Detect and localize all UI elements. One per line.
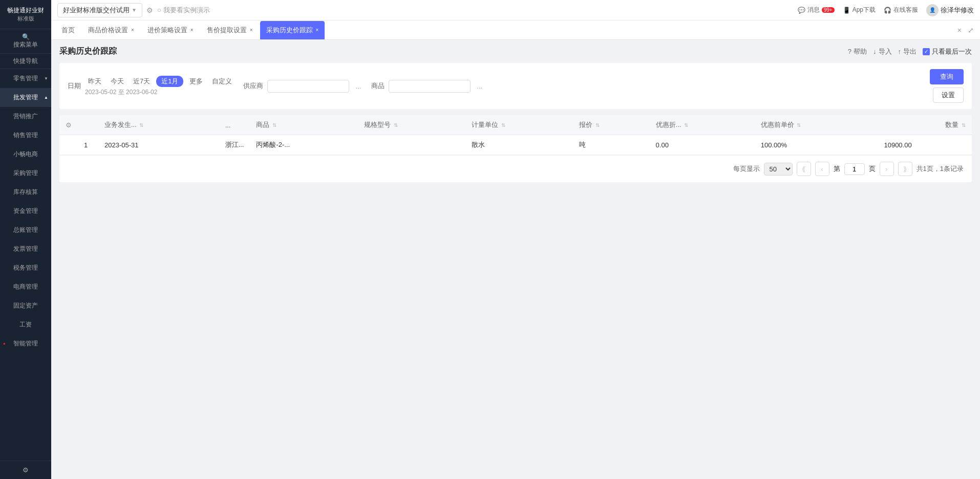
sidebar-item-retail[interactable]: 零售管理 xyxy=(0,69,51,88)
sidebar-item-fixed-assets[interactable]: 固定资产 xyxy=(0,296,51,315)
sidebar-item-ecommerce[interactable]: 电商管理 xyxy=(0,277,51,296)
sort-icon-unit: ⇅ xyxy=(501,122,505,128)
date-option-last1month[interactable]: 近1月 xyxy=(156,76,183,87)
product-input[interactable] xyxy=(389,80,471,93)
page-label: 第 xyxy=(834,164,840,173)
close-all-tabs-btn[interactable]: × xyxy=(955,25,964,35)
col-quantity[interactable]: 数量 ⇅ xyxy=(878,115,972,135)
sidebar-item-invoice[interactable]: 发票管理 xyxy=(0,239,51,258)
user-menu[interactable]: 👤 徐泽华修改 xyxy=(926,4,974,16)
main-area: 好业财标准版交付试用 ▼ ⚙ ○ 我要看实例演示 💬 消息 99+ 📱 App下… xyxy=(51,0,980,479)
date-option-yesterday[interactable]: 昨天 xyxy=(85,76,104,87)
query-button[interactable]: 查询 xyxy=(930,69,964,84)
supplier-dots[interactable]: ... xyxy=(353,82,363,90)
filter-settings-button[interactable]: 设置 xyxy=(933,88,964,103)
headset-icon: 🎧 xyxy=(884,7,891,14)
supplier-input[interactable] xyxy=(267,80,349,93)
col-product[interactable]: 商品 ⇅ xyxy=(250,115,357,135)
export-btn[interactable]: ↑ 导出 xyxy=(898,47,917,56)
sidebar-item-smart[interactable]: 智能管理 xyxy=(0,334,51,353)
tab-purchase-strategy[interactable]: 进价策略设置 × xyxy=(141,21,200,39)
col-settings-icon[interactable]: ⚙ xyxy=(66,121,72,129)
col-spec[interactable]: 规格型号 ⇅ xyxy=(358,115,465,135)
date-option-more[interactable]: 更多 xyxy=(186,76,206,87)
demo-link[interactable]: ○ 我要看实例演示 xyxy=(157,6,210,15)
date-option-custom[interactable]: 自定义 xyxy=(209,76,235,87)
app-download-btn[interactable]: 📱 App下载 xyxy=(843,6,876,14)
last-only-checkbox[interactable]: 只看最后一次 xyxy=(923,47,972,56)
phone-icon: 📱 xyxy=(843,7,850,14)
row-pre-discount-price-cell: 10900.00 xyxy=(878,135,972,155)
col-settings: ⚙ xyxy=(59,115,78,135)
row-product-cell: 丙烯酸-2-... xyxy=(250,135,357,155)
product-dots[interactable]: ... xyxy=(475,82,484,90)
search-icon: 🔍 xyxy=(4,33,47,40)
data-table-container: ⚙ 业务发生... ⇅ ... 商品 ⇅ xyxy=(59,115,972,182)
product-label: 商品 xyxy=(371,81,385,91)
app-logo: 畅捷通好业财 标准版 xyxy=(0,0,51,29)
filter-actions: 查询 设置 xyxy=(930,69,964,103)
sidebar-item-payroll[interactable]: 工资 xyxy=(0,315,51,334)
row-settings-cell xyxy=(59,135,78,155)
col-business-date[interactable]: 业务发生... ⇅ xyxy=(98,115,219,135)
row-supplier-cell: 浙江... xyxy=(219,135,250,155)
col-price[interactable]: 报价 ⇅ xyxy=(573,115,649,135)
page-actions: ? 帮助 ↓ 导入 ↑ 导出 只看最后一次 xyxy=(848,47,972,56)
next-page-btn[interactable]: › xyxy=(880,162,894,176)
page-size-select[interactable]: 50 20 100 xyxy=(764,163,793,176)
close-price-settings-tab[interactable]: × xyxy=(131,27,134,33)
topbar-settings-icon[interactable]: ⚙ xyxy=(146,6,153,14)
sidebar-item-tax[interactable]: 税务管理 xyxy=(0,258,51,277)
sidebar-item-marketing[interactable]: 营销推广 xyxy=(0,107,51,126)
product-selector[interactable]: 好业财标准版交付试用 ▼ xyxy=(57,3,142,17)
sidebar-item-ecommerce-small[interactable]: 小畅电商 xyxy=(0,145,51,164)
message-icon: 💬 xyxy=(798,7,805,14)
import-btn[interactable]: ↓ 导入 xyxy=(873,47,892,56)
last-page-btn[interactable]: ⟫ xyxy=(898,162,912,176)
online-service-btn[interactable]: 🎧 在线客服 xyxy=(884,6,918,14)
avatar: 👤 xyxy=(926,4,939,16)
sidebar-item-search[interactable]: 🔍 搜索菜单 xyxy=(0,29,51,54)
sort-icon-spec: ⇅ xyxy=(394,122,398,128)
col-discount[interactable]: 优惠折... ⇅ xyxy=(650,115,755,135)
first-page-btn[interactable]: ⟪ xyxy=(797,162,811,176)
sort-icon-price: ⇅ xyxy=(595,122,600,128)
app-name: 畅捷通好业财 xyxy=(4,6,47,15)
supplier-label: 供应商 xyxy=(243,81,263,91)
sidebar-settings-icon[interactable]: ⚙ xyxy=(0,461,51,479)
sidebar-item-wholesale[interactable]: 批发管理 xyxy=(0,88,51,107)
close-purchase-history-tab[interactable]: × xyxy=(316,27,319,33)
sort-icon-business-date: ⇅ xyxy=(139,122,143,128)
messages-badge: 99+ xyxy=(822,7,835,13)
tab-purchase-history[interactable]: 采购历史价跟踪 × xyxy=(260,21,325,39)
filter-bar: 日期 昨天 今天 近7天 近1月 更多 自定义 2023-05-02 至 202… xyxy=(59,63,972,109)
demo-icon: ○ xyxy=(157,6,161,14)
sort-icon-quantity: ⇅ xyxy=(962,122,966,128)
topbar: 好业财标准版交付试用 ▼ ⚙ ○ 我要看实例演示 💬 消息 99+ 📱 App下… xyxy=(51,0,980,20)
prev-page-btn[interactable]: ‹ xyxy=(815,162,829,176)
topbar-right: 💬 消息 99+ 📱 App下载 🎧 在线客服 👤 徐泽华修改 xyxy=(798,4,974,16)
col-more[interactable]: ... xyxy=(219,115,250,135)
tab-home[interactable]: 首页 xyxy=(55,21,81,39)
page-number-input[interactable] xyxy=(844,163,865,175)
sidebar-item-sales[interactable]: 销售管理 xyxy=(0,126,51,145)
close-purchase-strategy-tab[interactable]: × xyxy=(190,27,194,33)
tab-price-settings[interactable]: 商品价格设置 × xyxy=(82,21,140,39)
sidebar-item-purchase[interactable]: 采购管理 xyxy=(0,164,51,183)
tab-sale-price[interactable]: 售价提取设置 × xyxy=(201,21,259,39)
col-pre-discount-price[interactable]: 优惠前单价 ⇅ xyxy=(755,115,878,135)
checkbox-checked-icon xyxy=(923,48,930,55)
row-discount-cell: 100.00% xyxy=(755,135,878,155)
expand-tab-btn[interactable]: ⤢ xyxy=(966,25,976,35)
col-unit[interactable]: 计量单位 ⇅ xyxy=(465,115,573,135)
date-option-today[interactable]: 今天 xyxy=(108,76,127,87)
date-option-last7[interactable]: 近7天 xyxy=(130,76,153,87)
help-btn[interactable]: ? 帮助 xyxy=(848,47,867,56)
data-table: ⚙ 业务发生... ⇅ ... 商品 ⇅ xyxy=(59,115,972,155)
close-sale-price-tab[interactable]: × xyxy=(250,27,253,33)
sidebar-item-general-ledger[interactable]: 总账管理 xyxy=(0,221,51,239)
sidebar-item-quick-nav[interactable]: 快捷导航 xyxy=(0,54,51,69)
sidebar-item-inventory[interactable]: 库存核算 xyxy=(0,183,51,202)
messages-btn[interactable]: 💬 消息 99+ xyxy=(798,6,835,14)
sidebar-item-finance[interactable]: 资金管理 xyxy=(0,202,51,221)
